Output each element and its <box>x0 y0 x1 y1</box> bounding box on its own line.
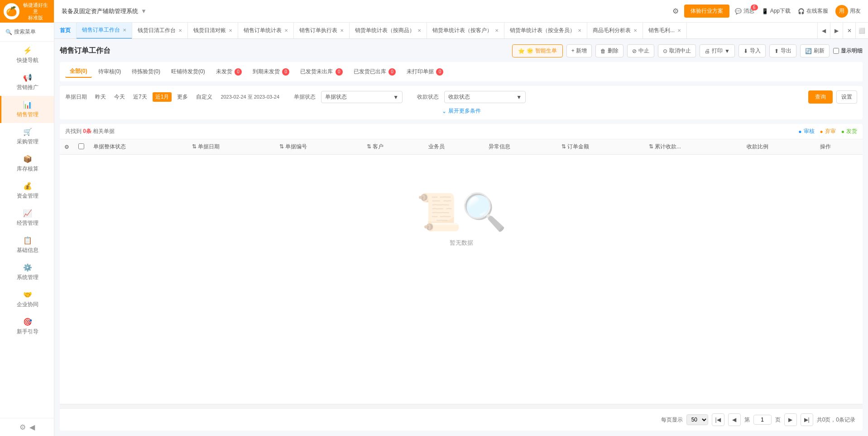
tab-close-sales-margin[interactable]: ✕ <box>677 28 681 33</box>
sidebar-nav-item-quick[interactable]: ⚡ 快捷导航 <box>0 42 54 69</box>
sidebar-nav-item-purchase[interactable]: 🛒 采购管理 <box>0 123 54 150</box>
tab-sales-stats[interactable]: 销售订单统计表 ✕ <box>238 23 294 39</box>
page-header: 销售订单工作台 ⭐ 🌟 智能生单 + 新增 🗑 删除 ⊘ 中止 ⊙ 取消中止 <box>60 44 863 57</box>
sub-tab-not-shipped[interactable]: 未发货 0 <box>211 66 246 77</box>
page-input[interactable] <box>753 415 772 425</box>
col-number[interactable]: ⇅ 单据编号 <box>275 139 362 155</box>
online-service-btn[interactable]: 🎧 在线客服 <box>798 7 828 15</box>
sub-tab-not-printed[interactable]: 未打印单据 0 <box>402 66 448 77</box>
tab-customer-stats[interactable]: 销货单统计表（按客户） ✕ <box>427 23 504 39</box>
date-btn-more[interactable]: 更多 <box>174 92 191 102</box>
print-btn[interactable]: 🖨 打印 ▼ <box>700 44 735 57</box>
refresh-btn[interactable]: 🔄 刷新 <box>800 44 830 57</box>
col-checkbox[interactable] <box>74 139 89 155</box>
payment-filter-label: 收款状态 <box>417 93 439 101</box>
sidebar: 🍊 畅捷通好生意 标准版 🔍 搜索菜单 ⚡ 快捷导航 📢 营销推广 📊 销售管理… <box>0 0 54 436</box>
sub-tab-all[interactable]: 全部(0) <box>65 66 92 78</box>
add-btn[interactable]: + 新增 <box>566 44 592 57</box>
sub-tab-overdue-ship[interactable]: 到期未发货 0 <box>248 66 294 77</box>
tab-sales-exec[interactable]: 销售订单执行表 ✕ <box>294 23 350 39</box>
first-page-btn[interactable]: |◀ <box>712 413 724 426</box>
col-date[interactable]: ⇅ 单据日期 <box>187 139 275 155</box>
tab-scroll-left[interactable]: ◀ <box>817 23 830 39</box>
tab-home[interactable]: 首页 <box>54 23 77 39</box>
tab-close-sales-exec[interactable]: ✕ <box>340 28 344 33</box>
export-btn[interactable]: ⬆ 导出 <box>769 44 796 57</box>
horizontal-scrollbar[interactable] <box>60 404 863 408</box>
date-btn-7days[interactable]: 近7天 <box>130 92 150 102</box>
sidebar-nav-item-inventory[interactable]: 📦 库存核算 <box>0 150 54 177</box>
tab-close-customer-stats[interactable]: ✕ <box>495 28 499 33</box>
tab-close-sales-stats[interactable]: ✕ <box>284 28 288 33</box>
date-btn-1month[interactable]: 近1月 <box>153 92 172 102</box>
user-menu[interactable]: 用 用友 <box>835 5 861 18</box>
payment-filter-select[interactable]: 收款状态 ▼ <box>444 91 526 103</box>
tab-close-sales-order[interactable]: ✕ <box>123 28 126 33</box>
tab-expand[interactable]: ⬜ <box>855 23 868 39</box>
sub-tab-pending-review[interactable]: 待审核(0) <box>94 66 126 77</box>
col-collected[interactable]: ⇅ 累计收款... <box>644 139 743 155</box>
sub-tab-wangpu-pending[interactable]: 旺铺待发货(0) <box>167 66 210 77</box>
tab-goods-stats[interactable]: 销货单统计表（按商品） ✕ <box>350 23 427 39</box>
date-btn-today[interactable]: 今天 <box>111 92 128 102</box>
col-amount[interactable]: ⇅ 订单金额 <box>557 139 644 155</box>
show-detail-checkbox-label[interactable]: 显示明细 <box>833 47 863 55</box>
next-page-btn[interactable]: ▶ <box>784 413 797 426</box>
cancel-audit-action-btn[interactable]: ● 弃审 <box>820 128 836 135</box>
tab-close-margin-analysis[interactable]: ✕ <box>633 28 637 33</box>
date-btn-yesterday[interactable]: 昨天 <box>92 92 109 102</box>
show-detail-checkbox[interactable] <box>833 48 839 54</box>
per-page-select[interactable]: 50 <box>686 414 708 425</box>
tab-sales-order-workbench[interactable]: 销售订单工作台 ✕ <box>77 23 132 39</box>
delete-icon: 🗑 <box>600 48 606 54</box>
sidebar-collapse-btn[interactable]: ◀ <box>29 423 35 431</box>
app-download-btn[interactable]: 📱 App下载 <box>762 7 791 15</box>
industry-btn[interactable]: 体验行业方案 <box>684 5 729 18</box>
sidebar-nav-item-operations[interactable]: 📈 经营管理 <box>0 204 54 232</box>
status-filter-select[interactable]: 单据状态 ▼ <box>321 91 403 103</box>
tab-close-goods-stats[interactable]: ✕ <box>417 28 421 33</box>
sidebar-nav-item-finance[interactable]: 💰 资金管理 <box>0 177 54 204</box>
sidebar-search-btn[interactable]: 🔍 搜索菜单 <box>4 26 50 38</box>
cancel-stop-btn[interactable]: ⊙ 取消中止 <box>658 44 696 57</box>
last-page-btn[interactable]: ▶| <box>801 413 813 426</box>
sidebar-nav-item-marketing[interactable]: 📢 营销推广 <box>0 69 54 96</box>
tab-margin-analysis[interactable]: 商品毛利分析表 ✕ <box>587 23 643 39</box>
col-customer[interactable]: ⇅ 客户 <box>362 139 424 155</box>
expand-conditions-btn[interactable]: ⌄ 展开更多条件 <box>442 107 481 115</box>
tab-sales-margin[interactable]: 销售毛利... ✕ <box>643 23 687 39</box>
tab-cash-reconcile[interactable]: 钱货日清对账 ✕ <box>188 23 238 39</box>
sidebar-nav-item-system[interactable]: ⚙️ 系统管理 <box>0 259 54 286</box>
select-all-checkbox[interactable] <box>78 143 84 149</box>
tab-close-cash-reconcile[interactable]: ✕ <box>229 28 232 33</box>
tab-cash-daily[interactable]: 钱货日清工作台 ✕ <box>132 23 188 39</box>
sub-tab-pending-inspect[interactable]: 待拣验货(0) <box>127 66 165 77</box>
delete-btn[interactable]: 🗑 删除 <box>595 44 623 57</box>
sub-tab-shipped-out[interactable]: 已发货已出库 0 <box>349 66 400 77</box>
sub-tab-shipped-not-out[interactable]: 已发货未出库 0 <box>296 66 347 77</box>
tab-close-all[interactable]: ✕ <box>843 23 855 39</box>
tab-close-cash-daily[interactable]: ✕ <box>178 28 182 33</box>
query-btn[interactable]: 查询 <box>808 90 833 104</box>
star-icon: ⭐ <box>518 48 525 54</box>
sidebar-nav-item-guide[interactable]: 🎯 新手引导 <box>0 313 54 340</box>
tab-scroll-right[interactable]: ▶ <box>830 23 843 39</box>
import-btn[interactable]: ⬇ 导入 <box>739 44 766 57</box>
sidebar-nav-item-collab[interactable]: 🤝 企业协同 <box>0 286 54 313</box>
tab-close-salesperson-stats[interactable]: ✕ <box>578 28 581 33</box>
sidebar-nav-item-sales[interactable]: 📊 销售管理 <box>0 96 54 123</box>
dispatch-action-btn[interactable]: ● 发货 <box>841 128 857 135</box>
sidebar-settings-btn[interactable]: ⚙ <box>19 423 26 431</box>
topbar-gear-icon[interactable]: ⚙ <box>672 7 679 15</box>
date-btn-custom[interactable]: 自定义 <box>193 92 215 102</box>
sidebar-nav-item-basics[interactable]: 📋 基础信息 <box>0 232 54 259</box>
col-settings[interactable]: ⚙ <box>60 139 74 155</box>
message-btn[interactable]: 💬 消息 6 <box>735 7 754 15</box>
tab-salesperson-stats[interactable]: 销货单统计表（按业务员） ✕ <box>504 23 587 39</box>
settings-btn[interactable]: 设置 <box>836 90 857 104</box>
stop-btn[interactable]: ⊘ 中止 <box>627 44 654 57</box>
prev-page-btn[interactable]: ◀ <box>728 413 741 426</box>
smart-generate-btn[interactable]: ⭐ 🌟 智能生单 <box>512 44 562 57</box>
system-dropdown-icon[interactable]: ▼ <box>141 8 147 14</box>
audit-action-btn[interactable]: ● 审核 <box>798 128 814 135</box>
